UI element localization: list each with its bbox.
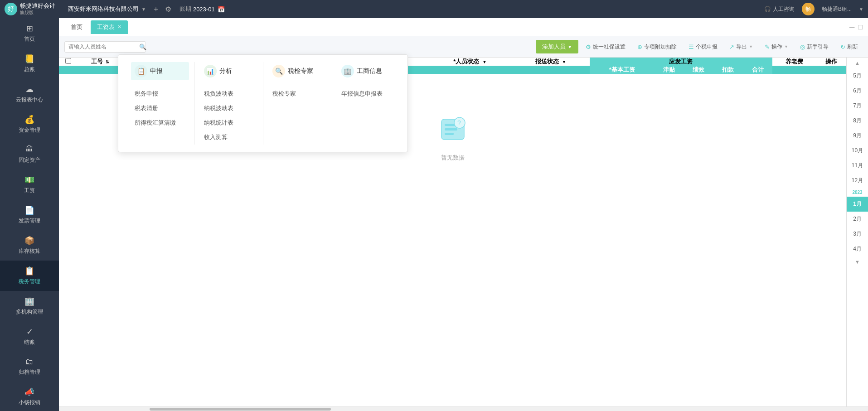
declaration-icon: 📋 <box>135 65 147 77</box>
sidebar-label-multi: 多机构管理 <box>16 308 43 316</box>
sort-icon-emp-no[interactable]: ⇅ <box>106 60 109 64</box>
search-wrap: 🔍 <box>64 41 146 53</box>
calendar-up-btn[interactable]: ▲ <box>847 58 868 68</box>
tax-declaration-btn[interactable]: ☰ 个税申报 <box>684 41 722 53</box>
dropdown-item-tax-settlement[interactable]: 所得税汇算清缴 <box>131 116 189 130</box>
select-all-checkbox[interactable] <box>65 58 71 64</box>
cal-month-12[interactable]: 12月 <box>847 173 868 188</box>
home-tab-label: 首页 <box>71 23 82 31</box>
guide-btn[interactable]: ◎ 新手引导 <box>795 41 833 53</box>
sidebar-item-inventory[interactable]: 📦 库存核算 <box>0 230 59 261</box>
th-performance: 绩效 <box>684 66 713 74</box>
social-security-icon: ⚙ <box>586 44 591 50</box>
refresh-btn[interactable]: ↻ 刷新 <box>836 41 863 53</box>
add-employee-btn[interactable]: 添加人员 ▼ <box>536 40 578 53</box>
action-btn[interactable]: ✎ 操作 ▼ <box>760 41 793 53</box>
dropdown-item-annual-report[interactable]: 年报信息申报表 <box>338 87 395 101</box>
sidebar-item-home[interactable]: ⊞ 首页 <box>0 18 59 48</box>
dropdown-header-expert: 🔍 税检专家 <box>269 62 326 80</box>
tab-salary[interactable]: 工资表 ✕ <box>91 20 128 34</box>
sidebar-item-cloud[interactable]: ☁ 云报表中心 <box>0 79 59 109</box>
sidebar-item-ledger[interactable]: 📒 总账 <box>0 48 59 79</box>
social-security-btn[interactable]: ⚙ 统一社保设置 <box>581 41 630 53</box>
sidebar-item-funds[interactable]: 💰 资金管理 <box>0 109 59 140</box>
filter-icon-status[interactable]: ▼ <box>482 59 487 64</box>
dropdown-header-business: 🏢 工商信息 <box>338 62 395 80</box>
expert-title: 税检专家 <box>288 67 313 75</box>
sidebar: ⊞ 首页 📒 总账 ☁ 云报表中心 💰 资金管理 🏛 固定资产 💵 工资 📄 发… <box>0 18 59 411</box>
cal-month-5[interactable]: 5月 <box>847 68 868 83</box>
add-company-btn[interactable]: ＋ <box>151 4 160 15</box>
cal-month-7[interactable]: 7月 <box>847 98 868 113</box>
sidebar-item-archive[interactable]: 🗂 归档管理 <box>0 352 59 382</box>
sidebar-item-multi[interactable]: 🏢 多机构管理 <box>0 291 59 321</box>
th-checkbox[interactable] <box>59 58 77 66</box>
service-btn[interactable]: 🎧 人工咨询 <box>764 5 795 13</box>
export-arrow-icon: ▼ <box>749 44 753 49</box>
calendar-icon[interactable]: 📅 <box>218 6 225 13</box>
analysis-title: 分析 <box>219 67 232 75</box>
extra-deduction-btn[interactable]: ⊕ 专项附加扣除 <box>633 41 681 53</box>
add-btn-arrow-icon: ▼ <box>567 44 572 49</box>
cal-month-11[interactable]: 11月 <box>847 158 868 173</box>
dropdown-item-tax-register[interactable]: 税表清册 <box>131 101 189 116</box>
salary-icon: 💵 <box>24 175 34 185</box>
scrollbar-thumb[interactable] <box>150 408 331 411</box>
headset-icon: 🎧 <box>764 6 771 12</box>
guide-label: 新手引导 <box>807 43 829 51</box>
search-input[interactable] <box>68 44 136 50</box>
tab-home[interactable]: 首页 <box>64 20 89 34</box>
app-logo: 好 畅捷通好会计 旗舰版 <box>5 2 63 16</box>
dropdown-item-tax-expert[interactable]: 税检专家 <box>269 87 326 101</box>
user-name: 畅捷通B组... <box>822 5 852 13</box>
cal-month-9[interactable]: 9月 <box>847 128 868 143</box>
th-status-label: *人员状态 <box>453 58 479 65</box>
company-selector[interactable]: 西安虾米网络科技有限公司 ▼ <box>68 5 146 13</box>
calendar-down-btn[interactable]: ▼ <box>847 256 868 267</box>
th-allowance: 津贴 <box>655 66 684 74</box>
sidebar-item-invoices[interactable]: 📄 发票管理 <box>0 200 59 230</box>
cal-month-8[interactable]: 8月 <box>847 113 868 128</box>
cal-month-3[interactable]: 3月 <box>847 227 868 242</box>
business-icon: 🏢 <box>341 65 354 77</box>
funds-icon: 💰 <box>24 115 34 125</box>
user-avatar: 畅 <box>802 3 815 15</box>
restore-icon[interactable]: □ <box>858 23 863 31</box>
search-icon: 🔍 <box>139 44 146 50</box>
sidebar-item-marketing[interactable]: 📣 小畅报销 <box>0 382 59 411</box>
filter-icon-report[interactable]: ▼ <box>562 59 566 64</box>
dropdown-item-income-calc[interactable]: 收入测算 <box>200 130 258 145</box>
th-deduction-label: 扣款 <box>722 66 734 73</box>
cal-month-1-current[interactable]: 1月 <box>847 197 868 212</box>
content-area: 首页 工资表 ✕ ─ □ 🔍 添加人员 ▼ <box>59 18 868 411</box>
sidebar-item-tax[interactable]: 📋 税务管理 <box>0 261 59 291</box>
tab-close-btn[interactable]: ✕ <box>117 24 121 30</box>
tax-declaration-icon: ☰ <box>689 44 694 50</box>
dropdown-item-tax-stats[interactable]: 纳税统计表 <box>200 116 258 130</box>
table-scrollbar <box>59 406 868 411</box>
sidebar-item-close[interactable]: ✓ 结账 <box>0 321 59 352</box>
extra-deduction-label: 专项附加扣除 <box>644 43 677 51</box>
settings-icon[interactable]: ⚙ <box>164 4 172 15</box>
chevron-down-icon: ▼ <box>141 7 146 12</box>
cal-month-6[interactable]: 6月 <box>847 83 868 98</box>
action-label: 操作 <box>771 43 782 51</box>
dropdown-section-analysis: 📊 分析 税负波动表 纳税波动表 纳税统计表 收入测算 <box>194 62 263 145</box>
minimize-icon[interactable]: ─ <box>849 23 854 31</box>
dropdown-item-tax-fluctuation[interactable]: 纳税波动表 <box>200 101 258 116</box>
cal-month-2[interactable]: 2月 <box>847 212 868 227</box>
sidebar-label-cloud: 云报表中心 <box>16 96 43 104</box>
refresh-icon: ↻ <box>840 44 845 50</box>
empty-text: 暂无数据 <box>441 154 465 162</box>
period-value: 2023-01 <box>193 6 215 13</box>
sidebar-item-assets[interactable]: 🏛 固定资产 <box>0 140 59 169</box>
cal-month-10[interactable]: 10月 <box>847 143 868 158</box>
dropdown-item-tax-burden[interactable]: 税负波动表 <box>200 87 258 101</box>
export-btn[interactable]: ↗ 导出 ▼ <box>725 41 757 53</box>
sidebar-item-salary[interactable]: 💵 工资 <box>0 169 59 200</box>
th-operation-label: 操作 <box>825 58 837 65</box>
cal-month-4[interactable]: 4月 <box>847 242 868 256</box>
dropdown-item-tax-declaration[interactable]: 税务申报 <box>131 87 189 101</box>
tax-declaration-label: 个税申报 <box>696 43 718 51</box>
sidebar-label-inventory: 库存核算 <box>19 247 40 255</box>
